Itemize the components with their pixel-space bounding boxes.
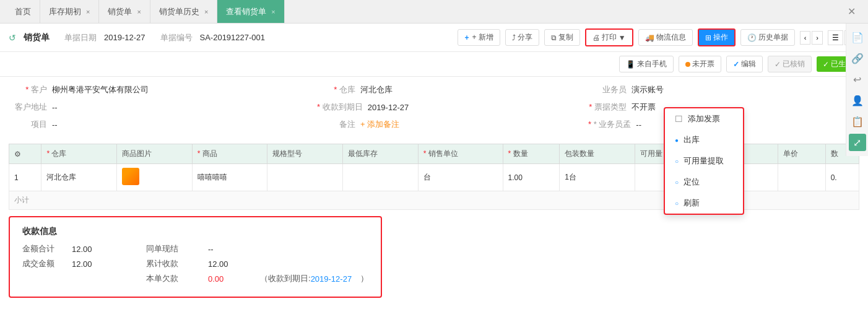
payment-row-3: 本单欠款 0.00 （收款到期日: 2019-12-27 ）: [22, 273, 368, 284]
col-min-stock: 最低库存: [343, 144, 419, 164]
avail-icon: ○: [675, 158, 679, 165]
dropdown-item-locate[interactable]: ○ 定位: [665, 172, 743, 193]
prev-button[interactable]: ‹: [800, 31, 811, 45]
close-icon[interactable]: ×: [86, 8, 90, 15]
payment-date-value: 2019-12-27: [368, 103, 479, 112]
same-order-label: 同单现结: [146, 243, 208, 254]
due-label2: 本单欠款: [146, 273, 208, 284]
address-field: 客户地址 --: [9, 102, 280, 113]
col-warehouse: 仓库: [41, 144, 117, 164]
truck-icon: 🚚: [645, 33, 654, 42]
main-content: ↺ 销货单 单据日期 2019-12-27 单据编号 SA-20191227-0…: [0, 24, 868, 330]
cumulative-value: 12.00: [208, 259, 228, 269]
row-unit: 台: [418, 164, 503, 191]
sidebar-link-icon[interactable]: 🔗: [849, 50, 866, 67]
sidebar-user-icon[interactable]: 👤: [849, 92, 866, 109]
product-image: [122, 168, 139, 185]
outbound-icon: ●: [675, 137, 679, 144]
close-icon[interactable]: ×: [204, 8, 208, 15]
transaction-label: 成交金额: [22, 258, 72, 269]
dropdown-item-avail[interactable]: ○ 可用量提取: [665, 150, 743, 172]
due-date: 2019-12-27: [311, 274, 360, 284]
logistics-button[interactable]: 🚚 物流信息: [638, 29, 693, 46]
check-sold-icon: ✓: [775, 60, 781, 69]
toolbar: ↺ 销货单 单据日期 2019-12-27 单据编号 SA-20191227-0…: [0, 24, 868, 52]
print-button[interactable]: 🖨 打印 ▼: [585, 28, 633, 46]
due-note: （收款到期日:: [260, 273, 311, 284]
dropdown-item-invoice[interactable]: ☐ 添加发票: [665, 108, 743, 129]
plus-icon: +: [464, 33, 469, 42]
share-icon: ⤴: [512, 33, 516, 42]
copy-button[interactable]: ⧉ 复制: [544, 29, 580, 46]
same-order-value: --: [208, 245, 214, 254]
sidebar-doc-icon[interactable]: 📄: [849, 28, 866, 46]
row-pkg: 1台: [560, 164, 635, 191]
project-field: 项目 --: [9, 119, 280, 130]
phone-icon: 📱: [626, 60, 635, 69]
grid-icon: ⊞: [705, 33, 711, 42]
tab-home[interactable]: 首页: [6, 0, 40, 23]
dropdown-arrow: ▼: [618, 33, 626, 42]
payment-row-2: 成交金额 12.00 累计收款 12.00: [22, 258, 368, 269]
no-label: 单据编号: [160, 32, 193, 43]
outbound-label: 出库: [684, 134, 700, 145]
due-value: 0.00: [208, 274, 258, 284]
print-icon: 🖨: [592, 33, 600, 42]
row-warehouse: 河北仓库: [41, 164, 117, 191]
dropdown-item-outbound[interactable]: ● 出库: [665, 129, 743, 150]
row-min-stock: [343, 164, 419, 191]
staff-field: 业务员 演示账号: [588, 84, 859, 95]
col-product: 商品: [192, 144, 267, 164]
check-effective-icon: ✓: [823, 60, 829, 69]
sidebar-clipboard-icon[interactable]: 📋: [849, 113, 866, 130]
sold-button[interactable]: ✓ 已核销: [768, 56, 812, 72]
copy-icon: ⧉: [551, 33, 557, 42]
due-end: ）: [360, 273, 368, 284]
add-note-button[interactable]: 添加备注: [360, 119, 399, 130]
tab-sales[interactable]: 销货单 ×: [99, 0, 150, 23]
from-phone-button[interactable]: 📱 来自手机: [619, 56, 674, 72]
tab-bar: 首页 库存期初 × 销货单 × 销货单历史 × 查看销货单 × ✕: [0, 0, 868, 24]
not-open-ticket-button[interactable]: 未开票: [679, 56, 721, 72]
close-icon[interactable]: ×: [271, 8, 275, 15]
row-price: [778, 164, 825, 191]
customer-label: 客户: [9, 84, 52, 95]
dropdown-item-refresh[interactable]: ○ 刷新: [665, 193, 743, 214]
check-icon: ✓: [733, 60, 739, 69]
note-label: 备注: [317, 119, 360, 130]
row-img: [117, 164, 193, 191]
ticket-label: 票据类型: [588, 102, 631, 113]
operation-button[interactable]: ⊞ 操作: [698, 28, 736, 46]
global-close-button[interactable]: ✕: [841, 6, 862, 17]
nav-arrows: ‹ ›: [800, 31, 823, 45]
doc-title: 销货单: [24, 32, 50, 43]
row-other: 0.: [825, 164, 859, 191]
tab-sales-history[interactable]: 销货单历史 ×: [150, 0, 217, 23]
sidebar-return-icon[interactable]: ↩: [849, 71, 866, 88]
col-spec: 规格型号: [267, 144, 343, 164]
warehouse-label: 仓库: [317, 84, 360, 95]
edit-button[interactable]: ✓ 编辑: [726, 56, 763, 72]
share-button[interactable]: ⤴ 分享: [505, 29, 539, 46]
refresh-label: 刷新: [684, 198, 700, 209]
locate-icon: ○: [675, 179, 679, 186]
close-icon[interactable]: ×: [137, 8, 141, 15]
project-value: --: [52, 120, 163, 129]
new-button[interactable]: + + 新增: [458, 29, 500, 46]
payment-date-label: 收款到期日: [317, 102, 368, 113]
next-button[interactable]: ›: [812, 31, 823, 45]
row-qty: 1.00: [503, 164, 560, 191]
sidebar-expand-icon[interactable]: ⤢: [849, 134, 866, 151]
tab-inventory[interactable]: 库存期初 ×: [40, 0, 99, 23]
refresh-icon: ○: [675, 200, 679, 207]
payment-title: 收款信息: [22, 226, 368, 237]
history-button[interactable]: 🕐 历史单据: [740, 29, 795, 46]
list-view-button[interactable]: ☰: [828, 30, 843, 45]
tab-view-sales[interactable]: 查看销货单 ×: [217, 0, 284, 23]
customer-row: 客户 柳州粤港平安气体有限公司 仓库 河北仓库 业务员 演示账号: [9, 84, 859, 95]
col-img: 商品图片: [117, 144, 193, 164]
warehouse-value: 河北仓库: [360, 84, 472, 95]
col-unit: 销售单位: [418, 144, 503, 164]
invoice-icon: ☐: [675, 114, 683, 124]
staff-label: 业务员: [588, 84, 631, 95]
